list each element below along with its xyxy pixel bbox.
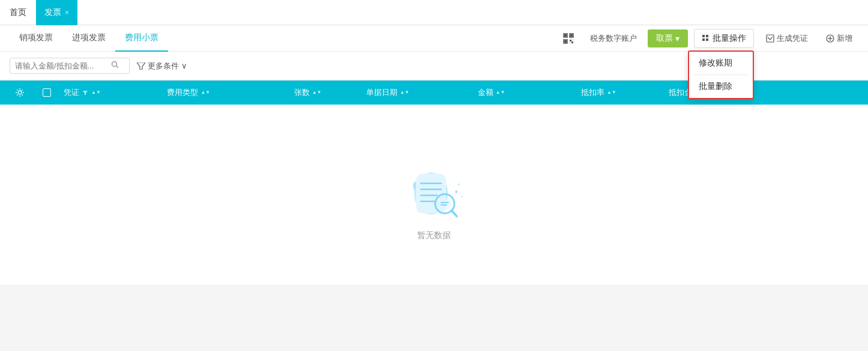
- th-expense-type: 费用类型 ▲▼: [162, 87, 289, 98]
- batch-ops-container: 批量操作 修改账期 批量删除: [694, 29, 754, 48]
- search-input[interactable]: [15, 61, 111, 70]
- svg-rect-8: [570, 43, 570, 43]
- svg-point-18: [112, 62, 117, 67]
- sub-tabs-bar: 销项发票 进项发票 费用小票 税务数字账户: [0, 25, 868, 52]
- th-date: 单据日期 ▲▼: [361, 87, 472, 98]
- take-ticket-arrow: ▾: [675, 34, 680, 43]
- sort-icon: ▲▼: [312, 90, 322, 95]
- invoice-tab[interactable]: 发票 ×: [36, 0, 77, 25]
- svg-rect-12: [702, 38, 705, 41]
- tab-expense[interactable]: 费用小票: [115, 25, 168, 52]
- top-nav: 首页 发票 ×: [0, 0, 868, 25]
- invoice-tab-label: 发票: [44, 7, 61, 18]
- svg-point-21: [18, 91, 22, 94]
- search-icon[interactable]: [111, 61, 119, 71]
- take-ticket-button[interactable]: 取票 ▾: [648, 29, 688, 47]
- invoice-tab-close[interactable]: ×: [65, 8, 69, 17]
- select-all-checkbox[interactable]: [43, 88, 51, 97]
- th-settings[interactable]: [5, 88, 35, 97]
- add-icon: [826, 34, 834, 43]
- tax-account-button[interactable]: 税务数字账户: [585, 31, 642, 46]
- svg-rect-13: [706, 38, 708, 41]
- svg-line-19: [116, 66, 119, 69]
- more-filter-button[interactable]: 更多条件 ∨: [137, 61, 187, 72]
- tax-account-label: 税务数字账户: [590, 33, 637, 44]
- th-count: 张数 ▲▼: [289, 87, 361, 98]
- th-voucher: 凭证 ▲▼: [59, 87, 162, 98]
- svg-line-25: [451, 210, 457, 216]
- sort-icon: ▲▼: [496, 90, 505, 95]
- svg-marker-20: [137, 63, 145, 70]
- dropdown-item-batch-delete[interactable]: 批量删除: [689, 75, 753, 98]
- sort-icon: ▲▼: [91, 90, 101, 95]
- svg-rect-11: [706, 35, 708, 37]
- svg-point-24: [438, 197, 451, 210]
- sort-icon: ▲▼: [607, 90, 616, 95]
- th-checkbox[interactable]: [35, 88, 59, 97]
- tab-input[interactable]: 进项发票: [62, 25, 115, 52]
- voucher-label: 生成凭证: [777, 33, 808, 44]
- more-filter-label: 更多条件: [148, 61, 179, 72]
- batch-ops-icon: [702, 34, 710, 43]
- th-rate: 抵扣率 ▲▼: [576, 87, 664, 98]
- home-tab[interactable]: 首页: [10, 7, 36, 18]
- empty-text: 暂无数据: [417, 230, 451, 241]
- add-label: 新增: [837, 33, 852, 44]
- th-amount: 金额 ▲▼: [473, 87, 576, 98]
- svg-rect-6: [570, 40, 571, 41]
- tab-sales[interactable]: 销项发票: [10, 25, 62, 52]
- generate-voucher-button[interactable]: 生成凭证: [760, 29, 814, 47]
- sort-icon: ▲▼: [200, 90, 210, 95]
- empty-illustration: [398, 160, 470, 221]
- sort-icon: ▲▼: [400, 90, 409, 95]
- svg-rect-5: [564, 40, 567, 43]
- take-ticket-label: 取票: [656, 33, 673, 44]
- svg-rect-10: [702, 35, 705, 37]
- toolbar-right: 税务数字账户 取票 ▾ 批量操作 修改账期: [558, 29, 858, 48]
- qr-icon: [562, 32, 574, 44]
- settings-icon: [15, 88, 25, 97]
- batch-ops-label: 批量操作: [713, 33, 746, 44]
- add-button[interactable]: 新增: [820, 29, 858, 47]
- batch-ops-dropdown: 修改账期 批量删除: [688, 50, 754, 99]
- table-body: 暂无数据: [0, 105, 868, 285]
- svg-rect-7: [573, 40, 573, 40]
- filter-icon: [137, 63, 145, 70]
- voucher-icon: [766, 34, 774, 43]
- voucher-filter-icon[interactable]: [82, 89, 89, 96]
- svg-rect-3: [570, 34, 573, 37]
- qr-icon-button[interactable]: [558, 30, 579, 47]
- dropdown-item-modify-period[interactable]: 修改账期: [689, 52, 753, 75]
- svg-rect-14: [767, 35, 774, 42]
- svg-rect-1: [564, 34, 567, 37]
- svg-rect-9: [571, 41, 573, 43]
- search-input-wrap[interactable]: [10, 58, 130, 74]
- more-filter-arrow: ∨: [181, 61, 187, 70]
- magnifier-icon: [111, 61, 119, 69]
- batch-ops-button[interactable]: 批量操作: [694, 29, 754, 48]
